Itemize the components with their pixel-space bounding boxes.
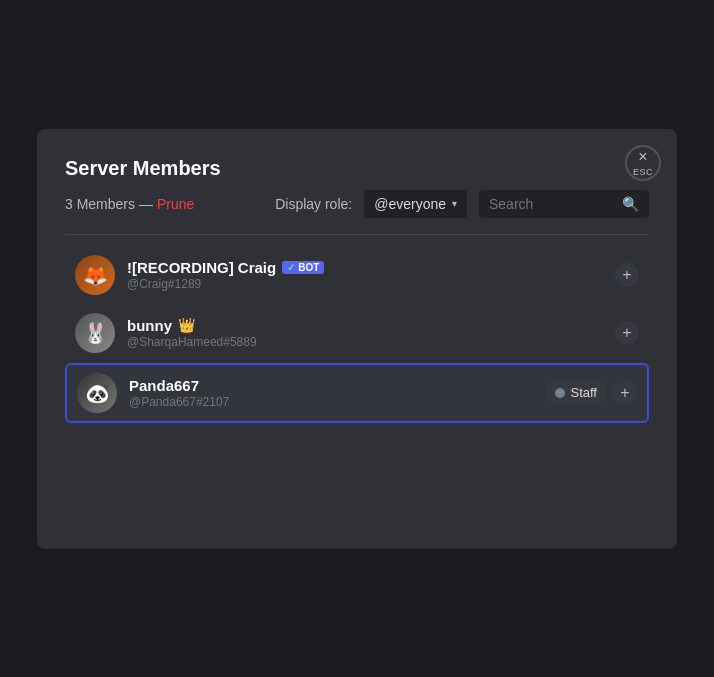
prune-link[interactable]: Prune xyxy=(157,196,194,212)
chevron-down-icon: ▾ xyxy=(452,198,457,209)
modal-backdrop: × ESC Server Members 3 Members — Prune D… xyxy=(0,0,714,677)
dash: — xyxy=(139,196,153,212)
member-actions: + xyxy=(615,321,639,345)
search-icon: 🔍 xyxy=(622,196,639,212)
plus-icon: + xyxy=(622,325,631,341)
member-handle: @SharqaHameed#5889 xyxy=(127,335,603,349)
member-row[interactable]: 🐼 Panda667 @Panda667#2107 Staff + xyxy=(65,363,649,423)
member-actions: Staff + xyxy=(547,381,637,405)
bot-badge-text: BOT xyxy=(298,262,319,273)
member-info: ![RECORDING] Craig ✓ BOT @Craig#1289 xyxy=(127,259,603,291)
role-tag-label: Staff xyxy=(570,385,597,400)
member-name: Panda667 xyxy=(129,377,199,394)
avatar: 🦊 xyxy=(75,255,115,295)
crown-icon: 👑 xyxy=(178,317,195,333)
role-dot xyxy=(555,388,565,398)
add-role-button[interactable]: + xyxy=(615,321,639,345)
member-name: bunny xyxy=(127,317,172,334)
member-name: ![RECORDING] Craig xyxy=(127,259,276,276)
role-dropdown[interactable]: @everyone ▾ xyxy=(364,190,467,218)
divider xyxy=(65,234,649,235)
close-button[interactable]: × ESC xyxy=(625,145,661,181)
member-row[interactable]: 🦊 ![RECORDING] Craig ✓ BOT @Craig#1289 + xyxy=(65,247,649,303)
modal-title: Server Members xyxy=(65,157,649,180)
search-input[interactable] xyxy=(489,196,616,212)
role-tag: Staff xyxy=(547,382,605,403)
role-dropdown-value: @everyone xyxy=(374,196,446,212)
member-actions: + xyxy=(615,263,639,287)
member-row[interactable]: 🐰 bunny 👑 @SharqaHameed#5889 + xyxy=(65,305,649,361)
avatar: 🐼 xyxy=(77,373,117,413)
server-members-modal: × ESC Server Members 3 Members — Prune D… xyxy=(37,129,677,549)
avatar: 🐰 xyxy=(75,313,115,353)
search-box: 🔍 xyxy=(479,190,649,218)
subtitle-row: 3 Members — Prune Display role: @everyon… xyxy=(65,190,649,218)
subtitle-right: Display role: @everyone ▾ 🔍 xyxy=(275,190,649,218)
esc-label: ESC xyxy=(633,167,653,177)
member-list: 🦊 ![RECORDING] Craig ✓ BOT @Craig#1289 + xyxy=(65,247,649,423)
member-name-row: Panda667 xyxy=(129,377,535,394)
bot-check-icon: ✓ xyxy=(287,262,295,273)
plus-icon: + xyxy=(622,267,631,283)
member-handle: @Panda667#2107 xyxy=(129,395,535,409)
member-name-row: ![RECORDING] Craig ✓ BOT xyxy=(127,259,603,276)
member-info: bunny 👑 @SharqaHameed#5889 xyxy=(127,317,603,349)
member-count: 3 Members xyxy=(65,196,135,212)
close-icon: × xyxy=(638,148,647,166)
add-role-button[interactable]: + xyxy=(615,263,639,287)
member-count-area: 3 Members — Prune xyxy=(65,196,194,212)
add-role-button[interactable]: + xyxy=(613,381,637,405)
member-handle: @Craig#1289 xyxy=(127,277,603,291)
member-info: Panda667 @Panda667#2107 xyxy=(129,377,535,409)
display-role-label: Display role: xyxy=(275,196,352,212)
bot-badge: ✓ BOT xyxy=(282,261,324,274)
plus-icon: + xyxy=(620,385,629,401)
member-name-row: bunny 👑 xyxy=(127,317,603,334)
